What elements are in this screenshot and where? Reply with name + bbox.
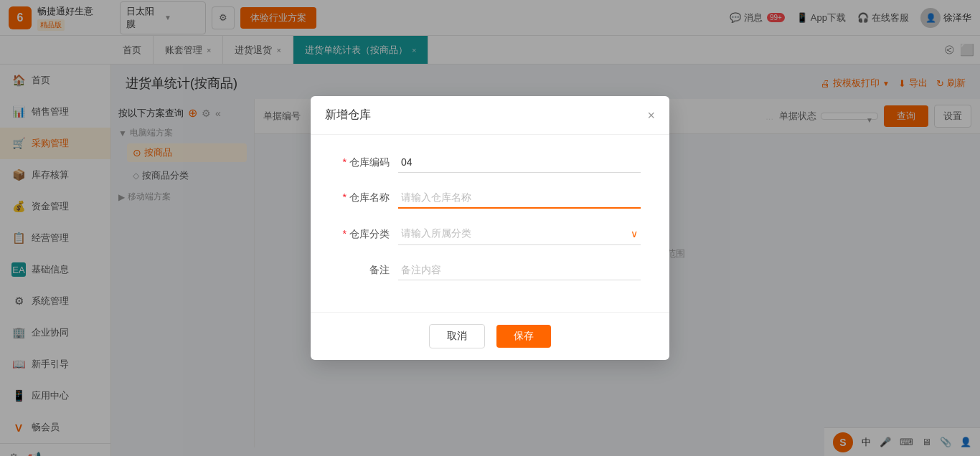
modal-overlay: 新增仓库 × *仓库编码 *仓库名称 *仓库分类 [0,0,980,456]
category-select[interactable]: 请输入所属分类 ∨ [398,223,641,245]
category-placeholder: 请输入所属分类 [401,227,631,240]
name-label: *仓库名称 [339,191,390,204]
code-label: *仓库编码 [339,156,390,169]
name-input[interactable] [398,187,641,209]
dialog-footer: 取消 保存 [311,312,669,360]
name-required: * [343,191,347,203]
dialog-header: 新增仓库 × [311,96,669,135]
category-label: *仓库分类 [339,228,390,241]
form-row-code: *仓库编码 [339,152,641,173]
save-button[interactable]: 保存 [496,325,551,348]
code-input[interactable] [398,152,641,173]
dialog-body: *仓库编码 *仓库名称 *仓库分类 请输入所属分类 ∨ [311,135,669,312]
category-dropdown-arrow: ∨ [631,228,638,239]
note-label: 备注 [339,264,390,277]
cancel-button[interactable]: 取消 [429,324,485,348]
category-required: * [343,228,347,239]
form-row-name: *仓库名称 [339,187,641,209]
form-row-category: *仓库分类 请输入所属分类 ∨ [339,223,641,245]
add-warehouse-dialog: 新增仓库 × *仓库编码 *仓库名称 *仓库分类 [311,96,669,360]
note-input[interactable] [398,260,641,280]
dialog-title: 新增仓库 [325,108,371,123]
code-required: * [343,156,347,168]
form-row-note: 备注 [339,260,641,280]
dialog-close-icon[interactable]: × [647,109,655,122]
